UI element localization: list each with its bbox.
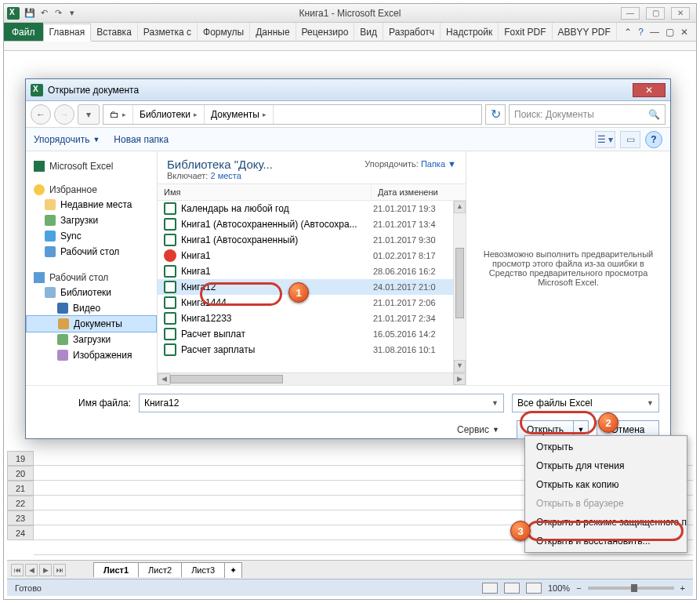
nav-back-button[interactable]: ← [31, 104, 51, 125]
dialog-help-icon[interactable]: ? [645, 131, 662, 148]
ribbon-minimize-icon[interactable]: ⌃ [624, 27, 632, 38]
row-header[interactable]: 21 [7, 481, 34, 496]
ribbon-tab[interactable]: Разметка с [138, 23, 198, 41]
new-folder-button[interactable]: Новая папка [114, 134, 169, 145]
nav-excel[interactable]: Microsoft Excel [49, 161, 113, 172]
filename-input[interactable]: Книга12▼ [139, 394, 504, 412]
breadcrumb[interactable]: 🗀▸ Библиотеки▸ Документы▸ [103, 104, 482, 125]
row-header[interactable]: 20 [7, 466, 34, 481]
page-break-view-icon[interactable] [526, 583, 542, 594]
search-input[interactable]: Поиск: Документы 🔍 [509, 104, 666, 125]
tab-nav-prev-icon[interactable]: ◀ [25, 564, 38, 576]
doc-minimize-icon[interactable]: — [650, 27, 659, 38]
sheet-tab[interactable]: Лист1 [93, 562, 139, 577]
qat-more-icon[interactable]: ▾ [65, 6, 79, 20]
file-tab[interactable]: Файл [4, 23, 43, 41]
file-row[interactable]: Книга1223321.01.2017 2:34 [158, 311, 466, 326]
open-dropdown-button[interactable]: ▼ [574, 426, 588, 434]
menu-item-open-readonly[interactable]: Открыть для чтения [525, 456, 687, 475]
nav-item[interactable]: Sync [60, 231, 82, 242]
dialog-body: Microsoft Excel Избранное Недавние места… [26, 151, 670, 385]
menu-item-open[interactable]: Открыть [525, 438, 687, 456]
row-header[interactable]: 24 [7, 525, 34, 540]
column-headers[interactable]: Имя Дата изменени [158, 183, 466, 201]
menu-item-open-protected[interactable]: Открыть в режиме защищенного п [525, 513, 687, 532]
nav-item[interactable]: Загрузки [73, 334, 111, 345]
ribbon-tab[interactable]: ABBYY PDF [553, 23, 617, 41]
row-header[interactable]: 19 [7, 451, 34, 466]
ribbon-tab[interactable]: Формулы [198, 23, 250, 41]
file-list-h-scrollbar[interactable]: ◀▶ [158, 372, 466, 385]
maximize-button[interactable]: ▢ [646, 7, 665, 20]
qat-redo-icon[interactable]: ↷ [51, 6, 65, 20]
file-row[interactable]: Книга1 (Автосохраненный)21.01.2017 9:30 [158, 232, 466, 248]
qat-undo-icon[interactable]: ↶ [37, 6, 51, 20]
tools-button[interactable]: Сервис ▼ [457, 424, 499, 435]
zoom-level[interactable]: 100% [548, 583, 570, 593]
file-row[interactable]: Книга1 (Автосохраненный) (Автосохра...21… [158, 216, 466, 232]
file-row[interactable]: Расчет выплат16.05.2016 14:2 [158, 326, 466, 342]
new-sheet-icon[interactable]: ✦ [224, 562, 242, 578]
nav-item[interactable]: Загрузки [60, 215, 98, 226]
tab-nav-first-icon[interactable]: ⏮ [11, 564, 24, 576]
nav-libraries[interactable]: Библиотеки [60, 287, 111, 298]
nav-item[interactable]: Недавние места [60, 199, 132, 210]
nav-item[interactable]: Рабочий стол [60, 246, 119, 257]
menu-item-open-copy[interactable]: Открыть как копию [525, 475, 687, 494]
row-header[interactable]: 23 [7, 510, 34, 525]
file-row[interactable]: Книга1224.01.2017 21:0 [158, 279, 466, 295]
nav-favorites[interactable]: Избранное [49, 184, 97, 195]
file-row[interactable]: Расчет зарплаты31.08.2016 10:1 [158, 342, 466, 358]
crumb-segment[interactable]: Документы [211, 109, 259, 120]
file-row[interactable]: Книга128.06.2016 16:2 [158, 263, 466, 279]
ribbon-tab[interactable]: Вид [354, 23, 383, 41]
minimize-button[interactable]: — [621, 7, 640, 20]
includes-link[interactable]: 2 места [210, 171, 241, 180]
file-name: Расчет выплат [181, 329, 368, 340]
file-row[interactable]: Книга101.02.2017 8:17 [158, 248, 466, 263]
col-date[interactable]: Дата изменени [372, 184, 466, 200]
tab-nav-next-icon[interactable]: ▶ [39, 564, 52, 576]
preview-pane-button[interactable]: ▭ [620, 131, 640, 148]
ribbon-tab[interactable]: Разработч [383, 23, 441, 41]
nav-item[interactable]: Видео [73, 303, 100, 314]
zoom-out-icon[interactable]: − [576, 583, 581, 593]
zoom-in-icon[interactable]: + [680, 583, 685, 593]
ribbon-tab[interactable]: Вставка [91, 23, 138, 41]
zoom-slider[interactable] [588, 587, 674, 590]
nav-forward-button[interactable]: → [54, 104, 74, 125]
tab-nav-last-icon[interactable]: ⏭ [53, 564, 66, 576]
crumb-segment[interactable]: Библиотеки [140, 109, 190, 120]
doc-restore-icon[interactable]: ▢ [666, 27, 674, 38]
nav-item-documents[interactable]: Документы [74, 318, 122, 329]
sheet-tab[interactable]: Лист3 [181, 562, 225, 577]
ribbon-tab[interactable]: Foxit PDF [499, 23, 552, 41]
filetype-filter[interactable]: Все файлы Excel▼ [512, 394, 659, 412]
normal-view-icon[interactable] [482, 583, 498, 594]
nav-up-button[interactable]: ▾ [78, 104, 100, 125]
col-name[interactable]: Имя [158, 184, 372, 200]
view-options-button[interactable]: ☰ ▾ [595, 131, 615, 148]
ribbon-tab[interactable]: Рецензиро [296, 23, 355, 41]
close-button[interactable]: ✕ [671, 7, 690, 20]
help-icon[interactable]: ? [638, 27, 644, 38]
file-list-v-scrollbar[interactable]: ▲▼ [453, 201, 466, 372]
ribbon-tab[interactable]: Надстройк [441, 23, 499, 41]
dialog-close-button[interactable]: ✕ [633, 83, 666, 97]
sheet-tab[interactable]: Лист2 [138, 562, 182, 577]
arrange-value[interactable]: Папка ▼ [421, 159, 456, 169]
file-row[interactable]: Книга144421.01.2017 2:06 [158, 295, 466, 311]
row-header[interactable]: 22 [7, 496, 34, 510]
nav-item[interactable]: Изображения [73, 350, 132, 361]
nav-desktop[interactable]: Рабочий стол [49, 272, 108, 283]
ribbon-tab[interactable]: Главная [43, 24, 92, 42]
doc-close-icon[interactable]: ✕ [680, 27, 688, 38]
refresh-button[interactable]: ↻ [485, 104, 506, 125]
page-layout-view-icon[interactable] [504, 583, 520, 594]
ribbon-tab[interactable]: Данные [250, 23, 296, 41]
menu-item-open-and-recover[interactable]: Открыть и восстановить... [525, 532, 687, 550]
excel-file-icon [164, 343, 176, 356]
organize-button[interactable]: Упорядочить ▼ [34, 134, 100, 145]
file-row[interactable]: Календарь на любой год21.01.2017 19:3 [158, 201, 466, 216]
qat-save-icon[interactable]: 💾 [23, 6, 37, 20]
